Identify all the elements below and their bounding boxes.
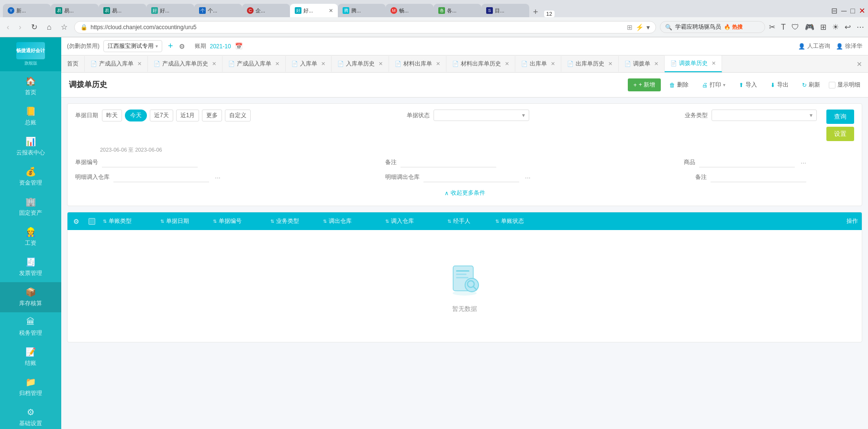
sidebar-item-ledger[interactable]: 📒 总账 (0, 101, 61, 132)
nav-tab-10[interactable]: 📄 调拨单 ✕ (619, 56, 665, 72)
nav-tab-9[interactable]: 📄 出库单历史 ✕ (561, 56, 619, 72)
import-button[interactable]: ⬆ 导入 (734, 78, 762, 91)
th-status[interactable]: ⇅ 单账状态 (491, 212, 539, 230)
nav-tab-3[interactable]: 📄 产成品入库单 ✕ (223, 56, 286, 72)
th-number[interactable]: ⇅ 单据编号 (209, 212, 267, 230)
date-7days-btn[interactable]: 近7天 (150, 110, 173, 121)
th-type[interactable]: ⇅ 单账类型 (99, 212, 156, 230)
sidebar-item-funds[interactable]: 💰 资金管理 (0, 162, 61, 192)
th-gear[interactable]: ⚙ (67, 213, 85, 230)
tab-close-7[interactable]: ✕ (329, 8, 333, 14)
export-button[interactable]: ⬇ 导出 (766, 78, 793, 91)
new-button[interactable]: + + 新增 (628, 78, 661, 91)
company-select[interactable]: 江西服宝测试专用 ▾ (103, 40, 162, 52)
url-dropdown-icon[interactable]: ▾ (646, 23, 650, 31)
biztype-select[interactable]: ▾ (712, 110, 817, 121)
browser-tab-6[interactable]: C 企... (242, 4, 290, 17)
browser-tab-8[interactable]: 腾 腾... (338, 4, 386, 17)
sidebar-item-closing[interactable]: 📝 结账 (0, 342, 61, 372)
nav-tab-2[interactable]: 📄 产成品入库单历史 ✕ (148, 56, 223, 72)
sidebar-item-archive[interactable]: 📁 归档管理 (0, 372, 61, 402)
nav-tab-close-1[interactable]: ✕ (137, 61, 142, 67)
bookmark-button[interactable]: ☆ (58, 22, 70, 33)
sidebar-item-home[interactable]: 🏠 首页 (0, 71, 61, 101)
nav-tab-close-6[interactable]: ✕ (436, 61, 440, 67)
sidebar-item-inventory[interactable]: 📦 库存核算 (0, 282, 61, 312)
grid-icon[interactable]: ⊞ (820, 22, 826, 32)
reload-button[interactable]: ↻ (28, 22, 40, 33)
nav-tab-close-8[interactable]: ✕ (551, 61, 555, 67)
maximize-icon[interactable]: □ (850, 7, 855, 15)
nav-tab-1[interactable]: 📄 产成品入库单 ✕ (85, 56, 148, 72)
home-button[interactable]: ⌂ (44, 22, 55, 33)
nav-tab-4[interactable]: 📄 入库单 ✕ (286, 56, 332, 72)
calendar-icon[interactable]: 📅 (235, 43, 243, 50)
nav-tab-close-11[interactable]: ✕ (712, 60, 716, 66)
game-icon[interactable]: 🎮 (805, 22, 814, 32)
status-select[interactable]: ▾ (434, 110, 529, 121)
th-handler[interactable]: ⇅ 经手人 (444, 212, 491, 230)
url-bar[interactable]: 🔒 https://cloud.chanjet.com/accounting/u… (74, 21, 656, 33)
sidebar-item-settings[interactable]: ⚙ 基础设置 (0, 402, 61, 429)
nav-tab-close-3[interactable]: ✕ (275, 61, 279, 67)
nav-tab-11[interactable]: 📄 调拨单历史 ✕ (665, 55, 722, 72)
refresh-button[interactable]: ↻ 刷新 (797, 78, 825, 91)
goods-dots[interactable]: ··· (801, 159, 806, 166)
sidebar-item-invoice[interactable]: 🧾 发票管理 (0, 252, 61, 282)
th-inwarehouse[interactable]: ⇅ 调入仓库 (381, 212, 444, 230)
show-detail-checkbox[interactable] (829, 82, 835, 88)
sidebar-item-reports[interactable]: 📊 云报表中心 (0, 132, 61, 162)
sidebar-item-assets[interactable]: 🏢 固定资产 (0, 192, 61, 222)
tab-list-icon[interactable]: ⊟ (831, 6, 837, 15)
note-input[interactable] (401, 157, 496, 167)
period-value[interactable]: 2021-10 (210, 43, 231, 50)
sun-icon[interactable]: ☀ (832, 22, 839, 32)
company-settings-button[interactable]: ⚙ (179, 43, 185, 50)
delete-button[interactable]: 🗑 删除 (665, 78, 693, 91)
browser-tab-9[interactable]: M 畅... (386, 4, 434, 17)
browser-tab-1[interactable]: Y 新... (3, 4, 51, 17)
window-close-icon[interactable]: ✕ (859, 6, 865, 15)
browser-tab-11[interactable]: S 目... (481, 4, 529, 17)
user-info[interactable]: 👤 徐泽华 (836, 42, 862, 50)
shield-icon[interactable]: 🛡 (791, 23, 799, 32)
browser-tab-2[interactable]: 易 易... (51, 4, 99, 17)
scissors-icon[interactable]: ✂ (769, 22, 775, 32)
browser-tab-7[interactable]: 好 好... ✕ (290, 4, 338, 17)
date-more-btn[interactable]: 更多 (202, 110, 222, 121)
settings-button[interactable]: 设置 (826, 127, 854, 141)
header-checkbox[interactable] (89, 218, 95, 225)
browser-tab-5[interactable]: 个 个... (194, 4, 242, 17)
url-menu-icon[interactable]: ⊞ (627, 23, 633, 31)
th-biztype[interactable]: ⇅ 业务类型 (267, 212, 319, 230)
nav-tab-8[interactable]: 📄 出库单 ✕ (515, 56, 561, 72)
nav-tab-home[interactable]: 首页 (61, 56, 85, 72)
back-button[interactable]: ‹ (4, 22, 12, 33)
undo-icon[interactable]: ↩ (845, 22, 851, 32)
nav-tab-close-4[interactable]: ✕ (321, 61, 325, 67)
minimize-icon[interactable]: ─ (841, 7, 846, 15)
detail-note-input[interactable] (711, 172, 806, 182)
date-today-btn[interactable]: 今天 (125, 110, 147, 121)
url-bolt-icon[interactable]: ⚡ (635, 23, 644, 31)
date-custom-btn[interactable]: 自定义 (225, 110, 251, 121)
new-tab-button[interactable]: + (529, 7, 542, 17)
browser-tab-3[interactable]: 易 易... (99, 4, 146, 17)
sidebar-item-tax[interactable]: 🏛 税务管理 (0, 312, 61, 342)
date-1month-btn[interactable]: 近1月 (176, 110, 200, 121)
sidebar-item-payroll[interactable]: 👷 工资 (0, 222, 61, 252)
forward-button[interactable]: › (16, 22, 24, 33)
nav-tab-close-all[interactable]: ✕ (851, 56, 868, 72)
number-input[interactable] (102, 157, 198, 167)
th-outwarehouse[interactable]: ⇅ 调出仓库 (319, 212, 381, 230)
print-button[interactable]: 🖨 打印 ▾ (697, 78, 730, 91)
nav-tab-close-2[interactable]: ✕ (212, 61, 216, 67)
add-company-button[interactable]: + (166, 41, 175, 51)
nav-tab-7[interactable]: 📄 材料出库单历史 ✕ (446, 56, 515, 72)
nav-tab-6[interactable]: 📄 材料出库单 ✕ (389, 56, 446, 72)
detail-in-input[interactable] (113, 172, 209, 182)
browser-tab-10[interactable]: 各 各... (434, 4, 481, 17)
nav-tab-close-10[interactable]: ✕ (654, 61, 658, 67)
th-checkbox[interactable] (85, 213, 99, 230)
th-date[interactable]: ⇅ 单据日期 (156, 212, 209, 230)
